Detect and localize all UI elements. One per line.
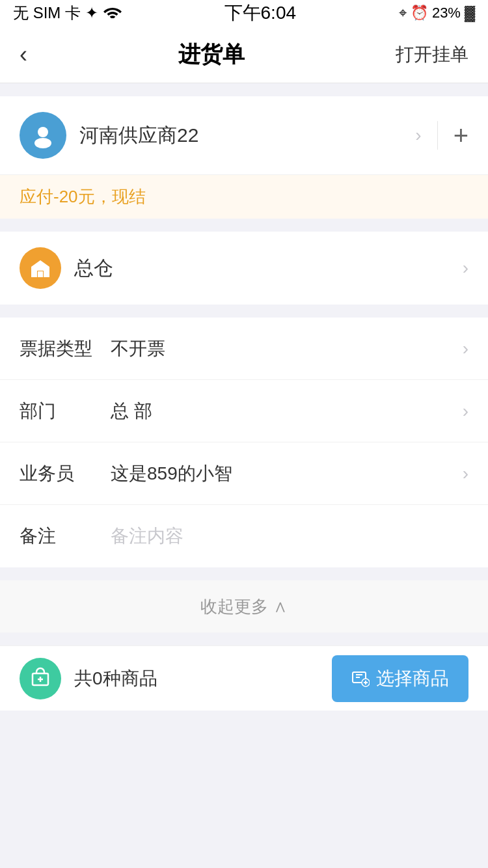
invoice-type-arrow-icon: › xyxy=(463,338,468,359)
salesperson-value: 这是859的小智 xyxy=(111,461,463,486)
status-right: ⌖ ⏰ 23% ▓ xyxy=(399,5,475,21)
salesperson-row[interactable]: 业务员 这是859的小智 › xyxy=(0,442,488,505)
collapse-row[interactable]: 收起更多 ∧ xyxy=(0,580,488,632)
battery-level: 23% xyxy=(432,5,461,21)
supplier-avatar xyxy=(20,112,66,159)
status-left: 无 SIM 卡 ✦ xyxy=(13,3,122,23)
bottom-bar: 共0种商品 选择商品 xyxy=(0,645,488,711)
product-count: 共0种商品 xyxy=(74,666,332,691)
form-section: 票据类型 不开票 › 部门 总 部 › 业务员 这是859的小智 › 备注 备注… xyxy=(0,318,488,567)
remark-label: 备注 xyxy=(20,524,104,549)
remark-row[interactable]: 备注 备注内容 xyxy=(0,505,488,567)
sim-status: 无 SIM 卡 ✦ xyxy=(13,3,98,23)
department-arrow-icon: › xyxy=(463,401,468,422)
section-divider-2 xyxy=(0,219,488,232)
alarm-icon: ⏰ xyxy=(411,5,428,21)
warehouse-icon-wrap xyxy=(20,247,61,289)
warehouse-arrow-icon: › xyxy=(463,258,468,278)
select-product-label: 选择商品 xyxy=(376,666,449,691)
status-time: 下午6:04 xyxy=(224,1,297,25)
supplier-divider xyxy=(437,121,438,150)
status-bar: 无 SIM 卡 ✦ 下午6:04 ⌖ ⏰ 23% ▓ xyxy=(0,0,488,26)
invoice-type-label: 票据类型 xyxy=(20,336,104,361)
department-row[interactable]: 部门 总 部 › xyxy=(0,380,488,442)
svg-point-0 xyxy=(38,127,48,137)
location-icon: ⌖ xyxy=(399,5,407,21)
svg-point-1 xyxy=(34,138,51,148)
select-product-button[interactable]: 选择商品 xyxy=(332,655,468,702)
remark-input[interactable]: 备注内容 xyxy=(111,524,468,549)
open-pending-button[interactable]: 打开挂单 xyxy=(396,42,468,67)
salesperson-arrow-icon: › xyxy=(463,463,468,484)
nav-bar: ‹ 进货单 打开挂单 xyxy=(0,26,488,83)
svg-rect-3 xyxy=(38,271,43,277)
department-label: 部门 xyxy=(20,399,104,424)
supplier-name: 河南供应商22 xyxy=(79,122,415,149)
product-icon-wrap xyxy=(20,658,61,699)
supplier-card: 河南供应商22 › + 应付-20元，现结 xyxy=(0,96,488,219)
battery-icon: ▓ xyxy=(465,5,475,21)
supplier-row[interactable]: 河南供应商22 › + xyxy=(0,96,488,175)
wifi-icon xyxy=(103,4,122,22)
invoice-type-value: 不开票 xyxy=(111,336,463,361)
warehouse-name: 总仓 xyxy=(74,255,463,282)
add-button[interactable]: + xyxy=(454,121,468,150)
warehouse-row[interactable]: 总仓 › xyxy=(0,232,488,305)
back-button[interactable]: ‹ xyxy=(20,41,27,68)
warehouse-card: 总仓 › xyxy=(0,232,488,305)
department-value: 总 部 xyxy=(111,399,463,424)
section-divider-1 xyxy=(0,83,488,96)
invoice-type-row[interactable]: 票据类型 不开票 › xyxy=(0,318,488,380)
salesperson-label: 业务员 xyxy=(20,461,104,486)
page-title: 进货单 xyxy=(178,40,245,70)
supplier-arrow-icon: › xyxy=(415,125,421,146)
notice-row: 应付-20元，现结 xyxy=(0,175,488,219)
collapse-label: 收起更多 ∧ xyxy=(200,595,287,618)
page-background xyxy=(0,711,488,841)
